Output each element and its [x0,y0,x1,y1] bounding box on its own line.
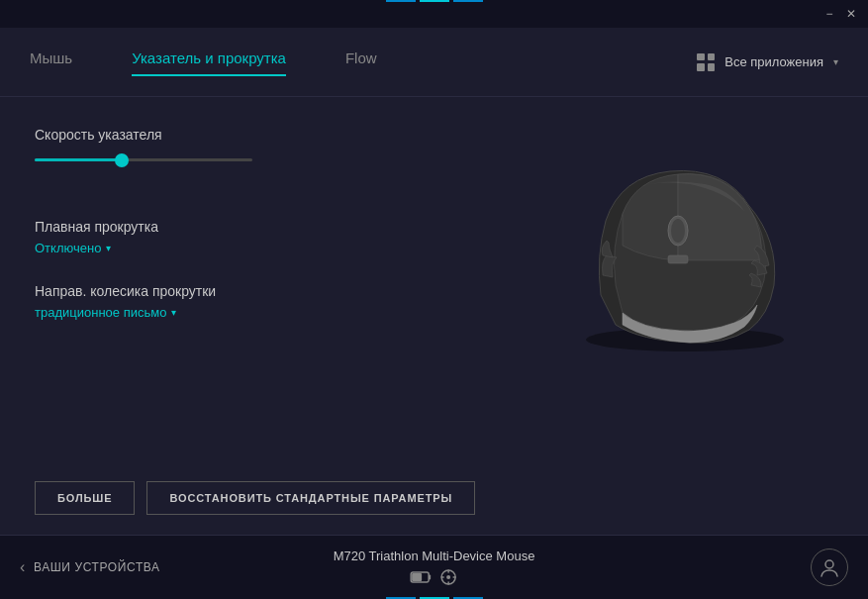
apps-chevron-icon: ▾ [833,56,838,67]
more-button[interactable]: БОЛЬШЕ [35,481,135,515]
main-window: − ✕ Мышь Указатель и прокрутка Flow Все … [0,0,868,599]
main-content: Скорость указателя Плавная прокрутка Отк… [0,97,868,481]
grid-icon [697,53,715,71]
restore-defaults-button[interactable]: ВОССТАНОВИТЬ СТАНДАРТНЫЕ ПАРАМЕТРЫ [146,481,475,515]
title-bar: − ✕ [0,0,868,28]
slider-fill [35,158,122,161]
device-center: M720 Triathlon Multi-Device Mouse [334,549,535,586]
tab-mouse[interactable]: Мышь [30,50,72,74]
close-button[interactable]: ✕ [842,5,860,23]
accent-line-1 [386,0,416,2]
svg-rect-6 [430,575,432,580]
scroll-direction-value: традиционное письмо [35,305,166,320]
back-label: ВАШИ УСТРОЙСТВА [34,560,160,574]
tab-pointer[interactable]: Указатель и прокрутка [132,50,286,74]
apps-selector[interactable]: Все приложения ▾ [697,53,838,71]
svg-rect-3 [668,255,688,263]
accent-line-3 [453,0,483,2]
svg-rect-5 [413,573,423,581]
apps-selector-label: Все приложения [724,54,823,69]
pointer-speed-label: Скорость указателя [35,127,833,143]
minimize-button[interactable]: − [820,5,838,23]
scroll-direction-chevron-icon: ▾ [171,307,176,318]
device-icons [411,568,458,586]
accent-line-2 [420,0,449,2]
back-arrow-icon: ‹ [20,558,26,576]
tab-flow[interactable]: Flow [345,50,377,74]
tabs-bar: Мышь Указатель и прокрутка Flow Все прил… [0,28,868,97]
device-bar: ‹ ВАШИ УСТРОЙСТВА M720 Triathlon Multi-D… [0,535,868,599]
accent-lines-top [0,0,868,2]
slider-track[interactable] [35,158,252,161]
device-name-label: M720 Triathlon Multi-Device Mouse [334,549,535,563]
svg-point-8 [447,575,451,579]
connect-icon [440,568,458,586]
mouse-image [541,156,809,354]
svg-point-13 [825,560,833,568]
bottom-buttons-bar: БОЛЬШЕ ВОССТАНОВИТЬ СТАНДАРТНЫЕ ПАРАМЕТР… [0,481,868,535]
mouse-svg [541,156,809,354]
profile-button[interactable] [811,549,848,586]
battery-icon [411,570,433,584]
smooth-scroll-chevron-icon: ▾ [106,243,111,253]
slider-thumb[interactable] [115,153,129,167]
back-button[interactable]: ‹ ВАШИ УСТРОЙСТВА [20,558,160,576]
svg-point-2 [671,219,685,243]
smooth-scroll-value: Отключено [35,241,101,255]
